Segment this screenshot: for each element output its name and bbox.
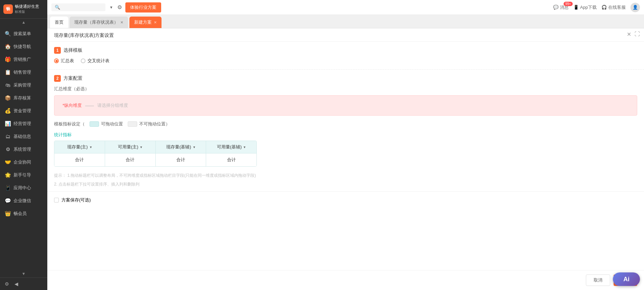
sidebar-item-member[interactable]: 👑 畅会员 <box>0 207 47 220</box>
topbar-search-box[interactable]: 🔍 <box>51 3 105 11</box>
step1-num: 1 <box>54 47 61 54</box>
sidebar-item-finance-label: 资金管理 <box>14 108 31 114</box>
radio-summary[interactable]: 汇总表 <box>54 58 74 64</box>
indicator-non-draggable-label: 不可拖动位置） <box>139 121 170 127</box>
close-panel-icon[interactable]: ✕ <box>627 31 631 38</box>
stats-col-3-header[interactable]: 可用量(基辅) ▾ <box>206 141 256 153</box>
sidebar-item-enterprise-wechat[interactable]: 💬 企业微信 <box>0 194 47 207</box>
tab-home[interactable]: 首页 <box>50 17 68 28</box>
folder-icon: 🗂 <box>5 134 11 139</box>
topbar-dropdown-icon[interactable]: ▾ <box>109 5 114 10</box>
indicator-draggable-label: 可拖动位置 <box>101 121 123 127</box>
topbar: 🔍 ▾ ⚙ 体验行业方案 💬 消息 99+ 📱 App下载 🎧 在线客服 👤 <box>47 0 644 15</box>
save-option: 方案保存(可选) <box>47 191 644 209</box>
message-icon: 💬 <box>553 5 559 10</box>
sidebar-bottom: ⚙ ◀ <box>0 277 47 290</box>
bag-icon: 🛍 <box>5 82 11 88</box>
sidebar-item-contracts[interactable]: 🤝 企业协同 <box>0 156 47 169</box>
tips-section: 提示： 1.拖动标题栏可以调整布局，不可跨维度或指标区域拖动栏目字段(只能在同一… <box>47 172 644 191</box>
sidebar-item-quick-nav[interactable]: 🏠 快捷导航 <box>0 40 47 53</box>
tip-1: 提示： 1.拖动标题栏可以调整布局，不可跨维度或指标区域拖动栏目字段(只能在同一… <box>54 172 637 179</box>
home-icon: 🏠 <box>5 44 11 50</box>
logo-icon: 畅 <box>3 4 13 14</box>
content-area: ✕ ⛶ 现存量(库存状况表)方案设置 1 选择模板 汇总表 <box>47 28 644 290</box>
sidebar-item-basic-info[interactable]: 🗂 基础信息 <box>0 130 47 143</box>
radio-cross-label: 交叉统计表 <box>88 58 109 64</box>
sidebar-item-new-guide[interactable]: 🌟 新手引导 <box>0 169 47 182</box>
tab-inventory[interactable]: 现存量（库存状况表） ✕ <box>70 17 128 28</box>
radio-cross[interactable]: 交叉统计表 <box>81 58 109 64</box>
dim-separator: —— <box>85 103 94 108</box>
sidebar-settings-icon[interactable]: ⚙ <box>5 281 9 287</box>
sidebar-scroll-up[interactable]: ▲ <box>0 19 47 26</box>
dim-section-label: 汇总维度（必选） <box>54 86 637 92</box>
template-indicator: 模板指标设定（ 可拖动位置 不可拖动位置） <box>54 121 637 127</box>
tab-home-label: 首页 <box>55 19 64 25</box>
sidebar-item-marketing[interactable]: 🎁 营销推广 <box>0 53 47 66</box>
money-icon: 💰 <box>5 108 11 114</box>
indicator-non-draggable-item: 不可拖动位置） <box>128 121 170 127</box>
stats-col-1-label: 可用量(主) <box>118 144 139 150</box>
stats-col-3-label: 可用量(基辅) <box>217 144 242 150</box>
sidebar-item-enterprise-wechat-label: 企业微信 <box>14 198 31 204</box>
stats-col-0-label: 现存量(主) <box>67 144 88 150</box>
sidebar-item-finance[interactable]: 💰 资金管理 <box>0 104 47 117</box>
stats-col-0-header[interactable]: 现存量(主) ▾ <box>54 141 105 153</box>
app-logo: 畅 畅捷通好生意 标准版 <box>0 0 47 19</box>
sidebar-item-system[interactable]: ⚙ 系统管理 <box>0 143 47 156</box>
sidebar-collapse-icon[interactable]: ◀ <box>15 281 18 287</box>
tab-inventory-close[interactable]: ✕ <box>120 20 123 25</box>
sidebar-item-system-label: 系统管理 <box>14 146 31 152</box>
sidebar-item-operations-label: 经营管理 <box>14 121 31 127</box>
indicator-draggable-box <box>90 121 99 127</box>
ai-badge[interactable]: Ai <box>613 272 640 286</box>
tab-new-plan[interactable]: 新建方案 ✕ <box>129 17 162 28</box>
sidebar-scroll-down[interactable]: ▼ <box>0 270 47 277</box>
app-download[interactable]: 📱 App下载 <box>573 4 597 10</box>
step2-section: 2 方案配置 汇总维度（必选） *纵向维度 —— 请选择分组维度 模板指标设定（… <box>47 69 644 172</box>
cancel-button[interactable]: 取消 <box>586 274 610 286</box>
sidebar-item-search[interactable]: 🔍 搜索菜单 <box>0 27 47 40</box>
stats-col-1: 可用量(主) ▾ 合计 <box>105 141 156 166</box>
trial-industry-btn[interactable]: 体验行业方案 <box>125 2 161 13</box>
step1-label: 1 选择模板 <box>54 47 637 54</box>
stats-col-2-header[interactable]: 现存量(基辅) ▾ <box>156 141 206 153</box>
search-icon: 🔍 <box>5 31 11 37</box>
stats-section-label: 统计指标 <box>54 132 637 138</box>
crown-icon: 👑 <box>5 211 11 217</box>
mobile-icon: 📱 <box>5 185 11 191</box>
chevron-down-icon-1: ▾ <box>140 145 142 149</box>
topbar-gear-icon[interactable]: ⚙ <box>117 4 122 10</box>
tab-new-plan-close[interactable]: ✕ <box>154 20 157 25</box>
sidebar-nav: 🔍 搜索菜单 🏠 快捷导航 🎁 营销推广 📋 销售管理 🛍 采购管理 📦 库存核… <box>0 26 47 270</box>
sidebar-item-inventory[interactable]: 📦 库存核算 <box>0 92 47 104</box>
stats-col-1-cell: 合计 <box>105 153 155 166</box>
online-service[interactable]: 🎧 在线客服 <box>601 4 626 10</box>
user-avatar[interactable]: 👤 <box>630 3 640 12</box>
indicator-non-draggable-box <box>128 121 137 127</box>
save-checkbox[interactable] <box>54 198 59 202</box>
message-badge[interactable]: 💬 消息 99+ <box>553 4 569 10</box>
radio-cross-circle <box>81 58 85 63</box>
app-name: 畅捷通好生意 <box>15 4 39 9</box>
sidebar-item-purchase-label: 采购管理 <box>14 82 31 88</box>
expand-panel-icon[interactable]: ⛶ <box>635 31 640 38</box>
footer-buttons: 取消 查询 <box>47 270 644 290</box>
stats-table: 现存量(主) ▾ 合计 可用量(主) ▾ 合计 <box>54 141 257 167</box>
chevron-down-icon-3: ▾ <box>244 145 246 149</box>
ai-badge-label: Ai <box>623 276 629 283</box>
stats-col-1-header[interactable]: 可用量(主) ▾ <box>105 141 155 153</box>
main-area: 🔍 ▾ ⚙ 体验行业方案 💬 消息 99+ 📱 App下载 🎧 在线客服 👤 <box>47 0 644 290</box>
box-icon: 📦 <box>5 95 11 101</box>
topbar-right: 💬 消息 99+ 📱 App下载 🎧 在线客服 👤 <box>553 3 640 12</box>
sidebar-item-purchase[interactable]: 🛍 采购管理 <box>0 79 47 92</box>
sidebar-item-basic-info-label: 基础信息 <box>14 134 31 140</box>
step1-text: 选择模板 <box>64 47 82 53</box>
content-inner: ✕ ⛶ 现存量(库存状况表)方案设置 1 选择模板 汇总表 <box>47 28 644 290</box>
star-icon: 🌟 <box>5 172 11 178</box>
sidebar-item-sales[interactable]: 📋 销售管理 <box>0 66 47 79</box>
dim-box[interactable]: *纵向维度 —— 请选择分组维度 <box>54 95 637 116</box>
sidebar-item-operations[interactable]: 📊 经营管理 <box>0 117 47 130</box>
sidebar-item-app-center[interactable]: 📱 应用中心 <box>0 182 47 194</box>
stats-table-header: 现存量(主) ▾ 合计 可用量(主) ▾ 合计 <box>54 141 256 166</box>
